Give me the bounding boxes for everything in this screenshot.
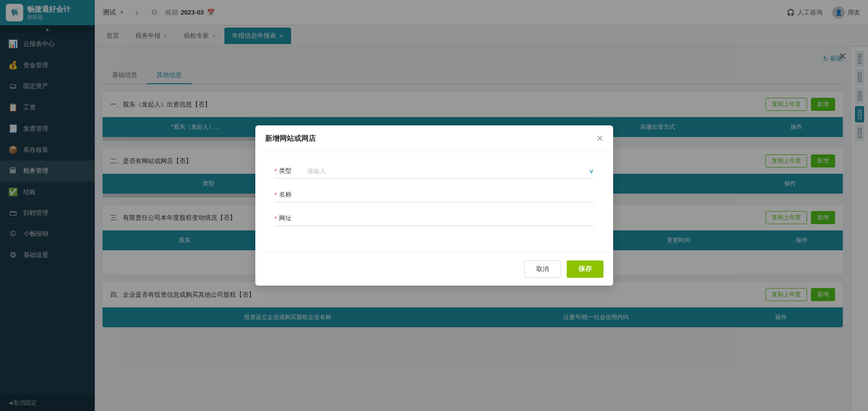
- type-dropdown-icon[interactable]: ∨: [589, 167, 594, 175]
- type-input-wrap: * 类型 ∨: [275, 167, 594, 179]
- modal-header: 新增网站或网店 ✕: [255, 125, 613, 152]
- name-required-mark: *: [275, 191, 277, 198]
- name-input[interactable]: [307, 191, 594, 198]
- modal-add-website: 新增网站或网店 ✕ * 类型 ∨ * 名称: [255, 125, 613, 286]
- url-required-mark: *: [275, 215, 277, 222]
- form-field-url: * 网址: [275, 214, 594, 226]
- url-label: 网址: [279, 214, 303, 223]
- modal-body: * 类型 ∨ * 名称 * 网址: [255, 152, 613, 252]
- type-input[interactable]: [307, 167, 589, 175]
- name-input-wrap: * 名称: [275, 190, 594, 202]
- save-button[interactable]: 保存: [567, 260, 603, 278]
- url-input[interactable]: [307, 215, 594, 222]
- cancel-button[interactable]: 取消: [524, 260, 561, 278]
- url-input-wrap: * 网址: [275, 214, 594, 226]
- modal-close-button[interactable]: ✕: [596, 133, 603, 144]
- form-field-name: * 名称: [275, 190, 594, 202]
- modal-overlay: 新增网站或网店 ✕ * 类型 ∨ * 名称: [0, 0, 868, 411]
- modal-footer: 取消 保存: [255, 252, 613, 286]
- name-label: 名称: [279, 190, 303, 199]
- modal-title: 新增网站或网店: [265, 134, 316, 143]
- form-field-type: * 类型 ∨: [275, 167, 594, 179]
- type-label: 类型: [279, 167, 303, 175]
- type-required-mark: *: [275, 167, 277, 175]
